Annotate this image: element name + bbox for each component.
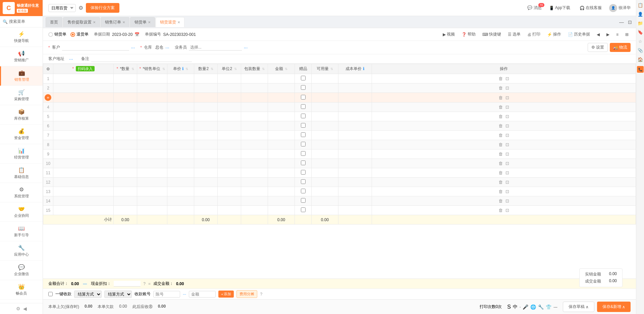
- cost-cell[interactable]: [338, 93, 372, 103]
- cost-cell[interactable]: [338, 187, 372, 196]
- tab-home[interactable]: 首页: [46, 17, 62, 27]
- user-menu[interactable]: 👤 徐泽华: [609, 4, 631, 12]
- qty-cell[interactable]: [114, 74, 137, 83]
- qty2-cell[interactable]: [194, 131, 218, 140]
- mic-icon[interactable]: 🎤: [523, 304, 528, 310]
- delete-row-btn[interactable]: 🗑: [498, 114, 503, 119]
- tab-sales[interactable]: 销货单 ✕: [130, 17, 155, 27]
- unit2-cell[interactable]: [218, 131, 241, 140]
- copy-row-btn[interactable]: ⊡: [505, 180, 509, 185]
- sidebar-item-member[interactable]: 👑 畅会员: [0, 280, 43, 300]
- nav-prev-btn[interactable]: ◀: [595, 32, 602, 38]
- qty2-cell[interactable]: [194, 93, 218, 103]
- gift-checkbox[interactable]: [301, 76, 306, 80]
- available-cell[interactable]: [312, 83, 338, 93]
- amount-cell[interactable]: [268, 131, 295, 140]
- qty2-cell[interactable]: [194, 159, 218, 168]
- qty-cell[interactable]: [114, 159, 137, 168]
- amount-cell[interactable]: [268, 140, 295, 149]
- right-icon-attachment[interactable]: 📎: [638, 48, 643, 53]
- radio-sales[interactable]: 销货单: [48, 32, 66, 37]
- cost-cell[interactable]: [338, 140, 372, 149]
- available-cell[interactable]: [312, 159, 338, 168]
- settings-btn[interactable]: ⚙ 设置: [588, 43, 608, 52]
- skin-icon[interactable]: 👕: [546, 304, 551, 310]
- delete-row-btn[interactable]: 🗑: [498, 198, 503, 203]
- pkgqty-cell[interactable]: [241, 74, 268, 83]
- product-cell[interactable]: [53, 131, 114, 140]
- pkgqty-cell[interactable]: [241, 140, 268, 149]
- pkgqty-cell[interactable]: [241, 103, 268, 112]
- unit-cell[interactable]: [137, 121, 167, 131]
- sidebar-item-basic[interactable]: 📋 基础信息: [0, 164, 43, 183]
- product-cell[interactable]: [53, 149, 114, 159]
- copy-row-btn[interactable]: ⊡: [505, 142, 509, 147]
- qty-cell[interactable]: [114, 206, 137, 215]
- sidebar-item-purchase[interactable]: 🛒 采购管理: [0, 86, 43, 105]
- qty2-cell[interactable]: [194, 196, 218, 206]
- qty-cell[interactable]: [114, 83, 137, 93]
- unit2-cell[interactable]: [218, 187, 241, 196]
- gift-checkbox[interactable]: [301, 104, 306, 109]
- price-info-icon[interactable]: ℹ: [182, 66, 184, 71]
- delete-row-btn[interactable]: 🗑: [498, 95, 503, 100]
- ops-btn[interactable]: ⚡ 操作: [545, 31, 563, 38]
- product-cell[interactable]: [53, 196, 114, 206]
- tab-close-sales[interactable]: ✕: [148, 20, 151, 24]
- qty-sort-icon[interactable]: ⇅: [131, 67, 134, 71]
- product-cell[interactable]: [53, 83, 114, 93]
- amount-cell[interactable]: [268, 187, 295, 196]
- right-icon-note[interactable]: 📋: [638, 3, 643, 8]
- price-cell[interactable]: [167, 131, 194, 140]
- delete-row-btn[interactable]: 🗑: [498, 208, 503, 213]
- unit2-cell[interactable]: [218, 74, 241, 83]
- sidebar-item-marketing[interactable]: 📢 营销推广: [0, 47, 43, 66]
- gift-checkbox[interactable]: [301, 161, 306, 165]
- cost-cell[interactable]: [338, 206, 372, 215]
- cost-cell[interactable]: [338, 103, 372, 112]
- save-draft-btn[interactable]: 保存草稿 ∧: [563, 302, 594, 312]
- price-cell[interactable]: [167, 74, 194, 83]
- price-cell[interactable]: [167, 103, 194, 112]
- pkgqty-cell[interactable]: [241, 131, 268, 140]
- copy-row-btn[interactable]: ⊡: [505, 161, 509, 166]
- qty-cell[interactable]: [114, 112, 137, 121]
- cost-info-icon[interactable]: ℹ: [363, 66, 365, 71]
- sidebar-item-wechat[interactable]: 💬 企业微信: [0, 261, 43, 280]
- copy-row-btn[interactable]: ⊡: [505, 189, 509, 194]
- copy-row-btn[interactable]: ⊡: [505, 95, 509, 100]
- category-select[interactable]: 日用百货: [48, 4, 76, 12]
- copy-row-btn[interactable]: ⊡: [505, 133, 509, 138]
- logistics-btn[interactable]: 🚚 物流: [610, 43, 631, 52]
- gift-checkbox[interactable]: [301, 207, 306, 212]
- qty2-cell[interactable]: [194, 206, 218, 215]
- delete-row-btn[interactable]: 🗑: [498, 105, 503, 110]
- sidebar-item-collab[interactable]: 🤝 企业协同: [0, 202, 43, 222]
- unit2-cell[interactable]: [218, 168, 241, 178]
- online-service-btn[interactable]: 🎧 在线客服: [578, 4, 604, 11]
- gift-checkbox[interactable]: [301, 142, 306, 146]
- qty2-cell[interactable]: [194, 178, 218, 187]
- unit-cell[interactable]: [137, 187, 167, 196]
- tools-icon[interactable]: 🔧: [538, 304, 544, 310]
- minimize-btn[interactable]: —: [618, 19, 625, 25]
- copy-row-btn[interactable]: ⊡: [505, 151, 509, 156]
- price-cell[interactable]: [167, 206, 194, 215]
- unit-sort-icon[interactable]: ⇅: [162, 67, 165, 71]
- price-cell[interactable]: [167, 121, 194, 131]
- translate-icon[interactable]: 🌐: [530, 304, 536, 310]
- unit2-sort-icon[interactable]: ⇅: [234, 67, 237, 71]
- pkgqty-cell[interactable]: [241, 206, 268, 215]
- calc-method-select[interactable]: 结算方式: [104, 291, 132, 298]
- gift-checkbox[interactable]: [301, 151, 306, 156]
- cost-cell[interactable]: [338, 74, 372, 83]
- product-cell[interactable]: [53, 159, 114, 168]
- price-cell[interactable]: [167, 83, 194, 93]
- cost-cell[interactable]: [338, 159, 372, 168]
- amount-cell[interactable]: [268, 112, 295, 121]
- unit2-cell[interactable]: [218, 206, 241, 215]
- qty2-cell[interactable]: [194, 168, 218, 178]
- available-cell[interactable]: [312, 121, 338, 131]
- address-dots[interactable]: ···: [69, 56, 73, 62]
- unit-cell[interactable]: [137, 178, 167, 187]
